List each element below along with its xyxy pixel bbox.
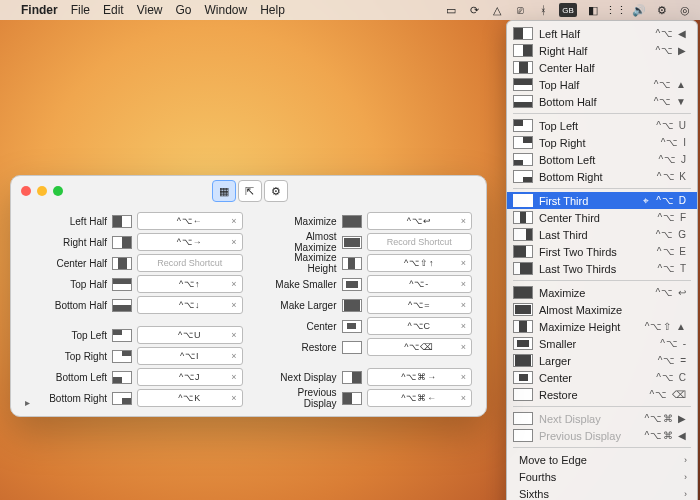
siri-icon[interactable]: ◎ xyxy=(678,3,692,17)
menu-item-left-half[interactable]: Left Half^⌥ ◀ xyxy=(507,25,697,42)
shortcut-label: Restore xyxy=(267,342,337,353)
bluetooth-icon[interactable]: ᚼ xyxy=(536,3,550,17)
clear-shortcut-icon[interactable]: × xyxy=(461,300,467,310)
titlebar[interactable]: ▦ ⇱ ⚙ xyxy=(11,176,486,206)
display-icon[interactable]: ⎚ xyxy=(513,3,527,17)
sync-icon[interactable]: ⟳ xyxy=(467,3,481,17)
close-button[interactable] xyxy=(21,186,31,196)
menu-item-center-half[interactable]: Center Half xyxy=(507,59,697,76)
cloud-icon[interactable]: △ xyxy=(490,3,504,17)
menu-item-maximize[interactable]: Maximize^⌥ ↩ xyxy=(507,284,697,301)
shortcut-field[interactable]: ^⌥C× xyxy=(367,317,473,335)
minimize-button[interactable] xyxy=(37,186,47,196)
menu-item-shortcut: ^⌥ ⌫ xyxy=(650,389,687,400)
shortcut-field[interactable]: ^⌥↑× xyxy=(137,275,243,293)
shortcut-field[interactable]: ^⌥-× xyxy=(367,275,473,293)
menu-item-label: Larger xyxy=(539,355,652,367)
layout-icon xyxy=(342,371,362,384)
tab-shortcuts[interactable]: ▦ xyxy=(212,180,236,202)
menu-item-bottom-left[interactable]: Bottom Left^⌥ J xyxy=(507,151,697,168)
shortcut-field[interactable]: ^⌥↓× xyxy=(137,296,243,314)
clear-shortcut-icon[interactable]: × xyxy=(461,321,467,331)
rectangle-menubar-icon[interactable]: ▭ xyxy=(444,3,458,17)
menu-item-center-third[interactable]: Center Third^⌥ F xyxy=(507,209,697,226)
input-source-icon[interactable]: GB xyxy=(559,3,577,17)
menu-edit[interactable]: Edit xyxy=(103,3,124,17)
shortcut-field[interactable]: Record Shortcut xyxy=(367,233,473,251)
clear-shortcut-icon[interactable]: × xyxy=(231,351,237,361)
shortcut-row-previous-display: Previous Display^⌥⌘←× xyxy=(267,389,473,407)
disclosure-toggle[interactable]: ▸ xyxy=(25,397,30,408)
shortcut-field[interactable]: ^⌥I× xyxy=(137,347,243,365)
menu-item-fourths[interactable]: Fourths› xyxy=(507,468,697,485)
shortcut-field[interactable]: ^⌥↩× xyxy=(367,212,473,230)
shortcut-field[interactable]: ^⌥K× xyxy=(137,389,243,407)
menu-item-almost-maximize[interactable]: Almost Maximize xyxy=(507,301,697,318)
layout-icon xyxy=(112,329,132,342)
shortcut-field[interactable]: ^⌥⌘→× xyxy=(367,368,473,386)
tab-snapping[interactable]: ⇱ xyxy=(238,180,262,202)
shortcut-field[interactable]: ^⌥←× xyxy=(137,212,243,230)
menu-file[interactable]: File xyxy=(71,3,90,17)
clear-shortcut-icon[interactable]: × xyxy=(231,393,237,403)
shortcut-row-left-half: Left Half^⌥←× xyxy=(37,212,243,230)
menu-view[interactable]: View xyxy=(137,3,163,17)
menu-item-top-right[interactable]: Top Right^⌥ I xyxy=(507,134,697,151)
menu-item-first-third[interactable]: First Third^⌥ D⌖ xyxy=(507,192,697,209)
menu-separator xyxy=(513,188,691,189)
shortcut-field[interactable]: ^⌥→× xyxy=(137,233,243,251)
menu-item-right-half[interactable]: Right Half^⌥ ▶ xyxy=(507,42,697,59)
menu-item-center[interactable]: Center^⌥ C xyxy=(507,369,697,386)
shortcut-field[interactable]: ^⌥J× xyxy=(137,368,243,386)
shortcut-field[interactable]: ^⌥U× xyxy=(137,326,243,344)
shortcut-field[interactable]: ^⌥⌫× xyxy=(367,338,473,356)
menu-item-top-half[interactable]: Top Half^⌥ ▲ xyxy=(507,76,697,93)
shortcut-field[interactable]: ^⌥⇧↑× xyxy=(367,254,473,272)
clear-shortcut-icon[interactable]: × xyxy=(231,216,237,226)
control-center-icon[interactable]: ⚙ xyxy=(655,3,669,17)
menu-item-restore[interactable]: Restore^⌥ ⌫ xyxy=(507,386,697,403)
shortcut-row-bottom-half: Bottom Half^⌥↓× xyxy=(37,296,243,314)
menu-go[interactable]: Go xyxy=(176,3,192,17)
clear-shortcut-icon[interactable]: × xyxy=(461,372,467,382)
layout-icon xyxy=(112,299,132,312)
clear-shortcut-icon[interactable]: × xyxy=(231,237,237,247)
clear-shortcut-icon[interactable]: × xyxy=(461,393,467,403)
clear-shortcut-icon[interactable]: × xyxy=(231,300,237,310)
clear-shortcut-icon[interactable]: × xyxy=(231,279,237,289)
menu-window[interactable]: Window xyxy=(205,3,248,17)
shortcut-label: Bottom Left xyxy=(37,372,107,383)
menu-item-shortcut: ^⌥ J xyxy=(659,154,687,165)
clear-shortcut-icon[interactable]: × xyxy=(231,372,237,382)
menu-separator xyxy=(513,406,691,407)
menu-item-smaller[interactable]: Smaller^⌥ - xyxy=(507,335,697,352)
menu-item-move-to-edge[interactable]: Move to Edge› xyxy=(507,451,697,468)
wifi-icon[interactable]: ⋮⋮ xyxy=(609,3,623,17)
clear-shortcut-icon[interactable]: × xyxy=(461,342,467,352)
menu-item-sixths[interactable]: Sixths› xyxy=(507,485,697,500)
clear-shortcut-icon[interactable]: × xyxy=(461,258,467,268)
shortcut-field[interactable]: Record Shortcut xyxy=(137,254,243,272)
menu-item-last-two-thirds[interactable]: Last Two Thirds^⌥ T xyxy=(507,260,697,277)
shortcut-field[interactable]: ^⌥⌘←× xyxy=(367,389,473,407)
clear-shortcut-icon[interactable]: × xyxy=(461,216,467,226)
menu-item-bottom-half[interactable]: Bottom Half^⌥ ▼ xyxy=(507,93,697,110)
menu-item-maximize-height[interactable]: Maximize Height^⌥⇧ ▲ xyxy=(507,318,697,335)
menu-item-larger[interactable]: Larger^⌥ = xyxy=(507,352,697,369)
shortcut-field[interactable]: ^⌥=× xyxy=(367,296,473,314)
menu-help[interactable]: Help xyxy=(260,3,285,17)
clear-shortcut-icon[interactable]: × xyxy=(461,279,467,289)
menu-item-bottom-right[interactable]: Bottom Right^⌥ K xyxy=(507,168,697,185)
menu-item-top-left[interactable]: Top Left^⌥ U xyxy=(507,117,697,134)
shortcut-label: Center Half xyxy=(37,258,107,269)
clear-shortcut-icon[interactable]: × xyxy=(231,330,237,340)
zoom-button[interactable] xyxy=(53,186,63,196)
battery-icon[interactable]: ◧ xyxy=(586,3,600,17)
app-menu[interactable]: Finder xyxy=(21,3,58,17)
volume-icon[interactable]: 🔊 xyxy=(632,3,646,17)
tab-settings[interactable]: ⚙ xyxy=(264,180,288,202)
menu-item-shortcut: ^⌥ K xyxy=(657,171,687,182)
menu-item-first-two-thirds[interactable]: First Two Thirds^⌥ E xyxy=(507,243,697,260)
shortcut-label: Right Half xyxy=(37,237,107,248)
menu-item-last-third[interactable]: Last Third^⌥ G xyxy=(507,226,697,243)
